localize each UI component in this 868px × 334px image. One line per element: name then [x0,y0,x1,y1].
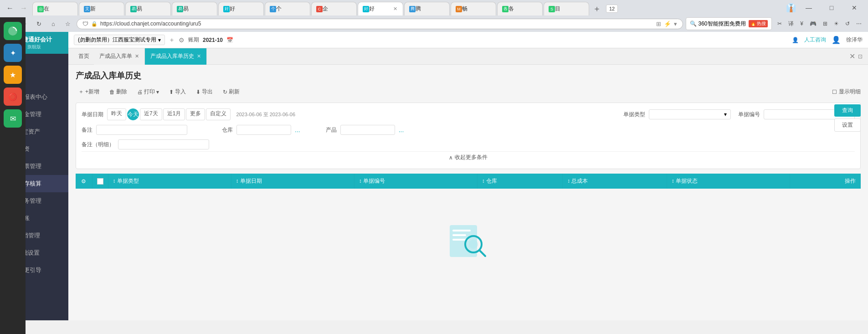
warehouse-filter-field: 仓库 ... [222,125,300,135]
url-bar[interactable]: 🛡 🔒 https://cloud.chanjet.com/accounting… [77,19,683,29]
new-tab-button[interactable]: ＋ [590,2,604,15]
tab-label-9: 腾 [416,5,421,13]
col-date[interactable]: ↕ 单据日期 [231,174,354,189]
query-button[interactable]: 查询 [834,104,861,117]
company-selector[interactable]: (勿删勿禁用）江西服宝测试专用 ▾ [74,35,165,45]
close-window-button[interactable]: ✕ [844,1,864,15]
date-btn-more[interactable]: 更多 [186,108,205,120]
search-settings-button[interactable]: 设置 [834,118,861,132]
app-icon-2[interactable]: ✦ [4,44,22,62]
topbar-right: 👤 人工咨询 👤 徐泽华 [792,36,863,44]
refresh-tool[interactable]: ↺ [842,18,853,30]
browser-tab-4[interactable]: 易 易 [172,2,217,15]
date-btn-custom[interactable]: 自定义 [206,108,231,120]
add-company-button[interactable]: ＋ [169,36,175,44]
tab-history-page[interactable]: 产成品入库单历史 ✕ [145,48,207,65]
col-number[interactable]: ↕ 单据编号 [354,174,477,189]
company-settings-button[interactable]: ⚙ [179,36,185,44]
browser-tab-5[interactable]: 好 好 [218,2,264,15]
print-button[interactable]: 🖨 打印 ▾ [134,87,162,97]
app-icon-chanjet[interactable] [4,22,22,40]
calendar-icon[interactable]: 📅 [226,37,233,43]
url-dropdown-icon[interactable]: ▾ [674,21,677,27]
app-icon-3[interactable]: ★ [4,66,22,84]
app-icon-mail[interactable]: ✉ [4,109,22,128]
export-button[interactable]: ⬇ 导出 [193,87,216,97]
url-apps-icon[interactable]: ⊞ [656,21,661,27]
table-header: ⚙ ↕ 单据类型 ↕ 单据日期 ↕ 单据编号 [76,174,861,189]
date-btn-yesterday[interactable]: 昨天 [107,108,126,120]
warehouse-more-btn[interactable]: ... [295,126,300,134]
product-input[interactable] [340,125,395,135]
minimize-button[interactable]: — [799,1,819,15]
panel-close-button[interactable]: ✕ [849,52,855,61]
print-dropdown-icon[interactable]: ▾ [156,89,159,95]
add-label: +新增 [85,88,99,96]
tab-label-12: 目 [555,5,560,13]
breadcrumb-home[interactable]: 首页 [74,52,94,60]
browser-tab-12[interactable]: S 目 [544,2,589,15]
forward-button[interactable]: → [17,2,30,15]
settings-tool[interactable]: ⋯ [853,18,864,30]
browser-home[interactable]: ⌂ [47,18,59,30]
collapse-button[interactable]: ∧ 收起更多条件 [82,151,855,163]
browser-tab-9[interactable]: 腾 腾 [404,2,450,15]
refresh-button[interactable]: ↻ 刷新 [220,87,242,97]
tab-bar: ← → ◎ 在 文 新 易 易 易 易 [0,0,868,15]
browser-tab-8[interactable]: 好 好 ✕ [358,2,403,15]
col-type[interactable]: ↕ 单据类型 [108,174,231,189]
game-tool[interactable]: 🎮 [807,18,819,30]
tab-list-close[interactable]: ✕ [135,53,139,59]
user-service-link[interactable]: 人工咨询 [804,36,826,44]
browser-tab-1[interactable]: ◎ 在 [32,2,78,15]
date-btn-today[interactable]: 今天 [127,108,139,120]
date-btn-7days[interactable]: 近7天 [140,108,162,120]
show-cols-button[interactable]: ☐ 显示明细 [832,88,861,96]
warehouse-input[interactable] [236,125,291,135]
date-btn-1month[interactable]: 近1月 [163,108,185,120]
col-date-label: ↕ 单据日期 [236,178,262,184]
back-button[interactable]: ← [4,2,16,15]
note-input[interactable] [96,125,187,135]
browser-tab-2[interactable]: 文 新 [79,2,124,15]
company-dropdown-icon: ▾ [158,37,161,43]
import-button[interactable]: ⬆ 导入 [166,87,189,97]
tab-favicon-5: 好 [223,6,230,12]
col-check[interactable] [92,174,108,189]
maximize-button[interactable]: □ [822,1,842,15]
tab-close-8[interactable]: ✕ [392,6,398,12]
add-button[interactable]: ＋ +新增 [76,87,102,97]
note-detail-input[interactable] [118,139,209,149]
browser-bookmark[interactable]: ☆ [62,18,74,30]
browser-tab-3[interactable]: 易 易 [125,2,171,15]
tab-favicon-10: M [456,6,462,12]
col-warehouse[interactable]: ↕ 仓库 [477,174,562,189]
browser-tab-6[interactable]: 个 个 [265,2,310,15]
delete-button[interactable]: 🗑 删除 [107,87,130,97]
col-settings[interactable]: ⚙ [76,174,92,189]
search-360-bar[interactable]: 🔍 360智能抠图免费用 🔥 热搜 [686,17,772,30]
yuan-tool[interactable]: ¥ [797,18,806,30]
product-more-btn[interactable]: ... [399,126,404,134]
browser-tab-10[interactable]: M 畅 [451,2,496,15]
panel-expand-button[interactable]: ⊡ [858,53,863,60]
type-selector[interactable]: ▾ [649,109,731,119]
browser-tab-11[interactable]: 各 各 [497,2,543,15]
tab-list-page[interactable]: 产成品入库单 ✕ [94,48,145,65]
collapse-icon: ∧ [449,154,453,161]
col-total-cost[interactable]: ↕ 总成本 [563,174,667,189]
company-name: (勿删勿禁用）江西服宝测试专用 [78,36,156,44]
browser-tab-7[interactable]: C 企 [311,2,357,15]
app-icon-4[interactable]: ⭕ [4,87,22,106]
url-lightning-icon[interactable]: ⚡ [664,21,671,27]
browser-refresh[interactable]: ↻ [33,18,45,30]
profile-icon[interactable]: 👔 [786,3,796,13]
grid-tool[interactable]: ⊞ [820,18,830,30]
scissors-tool[interactable]: ✂ [775,18,785,30]
sun-tool[interactable]: ☀ [831,18,842,30]
type-dropdown-icon: ▾ [724,111,727,118]
search-row-2: 备注 仓库 ... 产品 ... [82,125,855,135]
translate-tool[interactable]: 译 [786,18,796,30]
col-status[interactable]: ↕ 单据状态 [667,174,790,189]
tab-history-close[interactable]: ✕ [197,53,201,59]
